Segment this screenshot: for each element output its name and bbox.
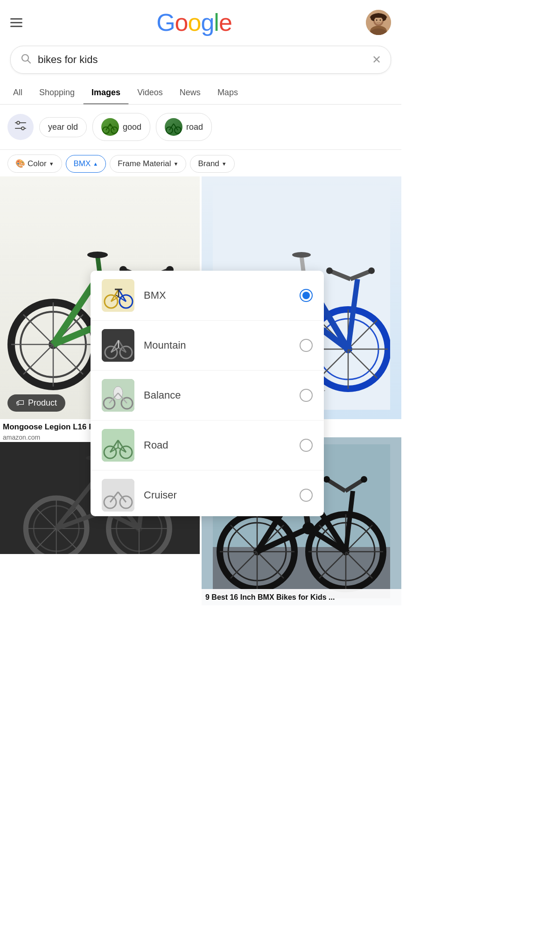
chip-road[interactable]: road — [156, 113, 212, 141]
radio-road[interactable] — [300, 439, 313, 452]
dropdown-item-mountain[interactable]: Mountain — [91, 321, 324, 371]
svg-point-169 — [361, 476, 367, 483]
brand-chevron-icon: ▼ — [222, 161, 227, 167]
dropdown-thumb-mountain — [102, 329, 134, 362]
svg-point-82 — [87, 252, 108, 258]
dropdown-label-mountain: Mountain — [144, 339, 290, 351]
bmx-result-title: 9 Best 16 Inch BMX Bikes for Kids ... — [205, 593, 398, 603]
brand-filter-label: Brand — [198, 159, 219, 168]
radio-cruiser[interactable] — [300, 489, 313, 502]
dropdown-label-bmx: BMX — [144, 289, 290, 302]
hamburger-menu[interactable] — [10, 18, 22, 27]
dropdown-thumb-balance — [102, 379, 134, 412]
dropdown-item-road[interactable]: Road — [91, 421, 324, 470]
sliders-icon — [14, 119, 27, 134]
color-filter-button[interactable]: 🎨 Color ▼ — [7, 154, 62, 173]
search-bar-container: bikes for kids ✕ — [0, 41, 401, 81]
tab-images[interactable]: Images — [83, 81, 129, 104]
filter-chips-row: year old good road — [0, 105, 401, 149]
chip-year-old[interactable]: year old — [39, 117, 87, 137]
search-icon — [20, 53, 31, 67]
tab-videos[interactable]: Videos — [129, 81, 171, 104]
svg-point-8 — [381, 19, 383, 21]
tab-shopping[interactable]: Shopping — [31, 81, 83, 104]
bmx-chevron-up-icon: ▲ — [93, 161, 98, 167]
bmx-filter-label: BMX — [74, 159, 91, 168]
tab-news[interactable]: News — [171, 81, 209, 104]
svg-point-139 — [368, 267, 375, 274]
filter-bar: 🎨 Color ▼ BMX ▲ Frame Material ▼ Brand ▼ — [0, 149, 401, 173]
radio-balance[interactable] — [300, 389, 313, 402]
svg-point-171 — [323, 476, 330, 483]
search-bar[interactable]: bikes for kids ✕ — [10, 46, 391, 74]
svg-point-7 — [374, 19, 376, 21]
chip-year-old-label: year old — [48, 122, 78, 132]
radio-mountain[interactable] — [300, 339, 313, 352]
svg-point-15 — [21, 127, 24, 130]
chip-good-thumb — [101, 118, 119, 136]
dropdown-label-balance: Balance — [144, 389, 290, 401]
svg-point-141 — [326, 267, 333, 274]
product-badge: 🏷 Product — [7, 394, 65, 412]
search-query-text[interactable]: bikes for kids — [38, 54, 372, 66]
dropdown-label-cruiser: Cruiser — [144, 489, 290, 501]
svg-line-11 — [28, 61, 31, 63]
bmx-filter-button[interactable]: BMX ▲ — [66, 155, 106, 173]
filter-settings-button[interactable] — [7, 114, 34, 140]
google-logo: Google — [156, 8, 232, 36]
paint-icon: 🎨 — [15, 159, 25, 168]
dropdown-label-road: Road — [144, 439, 290, 451]
frame-material-filter-label: Frame Material — [118, 159, 171, 168]
tab-all[interactable]: All — [5, 81, 31, 104]
frame-material-filter-button[interactable]: Frame Material ▼ — [110, 155, 186, 173]
dropdown-item-balance[interactable]: Balance — [91, 371, 324, 421]
dropdown-item-cruiser[interactable]: Cruiser — [91, 470, 324, 516]
svg-point-136 — [292, 252, 311, 258]
svg-point-172 — [302, 522, 315, 534]
bike-type-dropdown: BMX Mountain — [91, 271, 324, 516]
svg-point-13 — [17, 121, 20, 124]
tag-icon: 🏷 — [16, 398, 24, 408]
user-avatar[interactable] — [366, 10, 391, 35]
color-chevron-icon: ▼ — [49, 161, 54, 167]
chip-road-label: road — [186, 122, 203, 132]
frame-chevron-icon: ▼ — [174, 161, 179, 167]
tab-maps[interactable]: Maps — [209, 81, 246, 104]
radio-bmx[interactable] — [300, 289, 313, 302]
header: Google — [0, 0, 401, 41]
search-tabs: All Shopping Images Videos News Maps — [0, 81, 401, 105]
product-badge-label: Product — [28, 398, 57, 408]
dropdown-thumb-cruiser — [102, 479, 134, 512]
dropdown-thumb-bmx — [102, 279, 134, 312]
chip-road-thumb — [165, 118, 182, 136]
color-filter-label: Color — [28, 159, 47, 168]
chip-good-label: good — [123, 122, 141, 132]
dropdown-item-bmx[interactable]: BMX — [91, 271, 324, 321]
brand-filter-button[interactable]: Brand ▼ — [190, 155, 234, 173]
clear-search-button[interactable]: ✕ — [372, 53, 381, 66]
chip-good[interactable]: good — [92, 113, 150, 141]
dropdown-thumb-road — [102, 429, 134, 462]
